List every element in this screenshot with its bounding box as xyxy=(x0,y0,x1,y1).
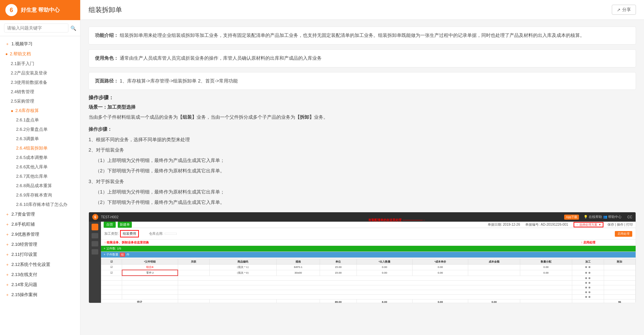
sidebar-item-transfer[interactable]: 2.6.3调拨单 xyxy=(0,134,80,144)
mock-store-input xyxy=(165,233,177,235)
lower-cell-3-check xyxy=(101,276,122,280)
step1-text: 1、根据不同的业务，选择不同单据的类型来处理 xyxy=(89,135,636,144)
lower-cell-1-check: ☑ xyxy=(101,265,122,270)
sidebar-item-system-settings[interactable]: ＋ 2.12系统个性化设置 xyxy=(0,260,80,270)
sub-item-label: 2.6.6其他入库单 xyxy=(16,164,48,170)
lower-cell-4-check xyxy=(101,280,122,285)
mock-toolbar-bill: 单据编号: AD-20191226-001 xyxy=(525,222,568,227)
lower-cell-1-product: 组合B xyxy=(122,265,178,270)
lower-cell-1-cost xyxy=(468,265,520,270)
role-label: 使用角色： xyxy=(95,55,118,61)
sidebar-item-label: 2.12系统个性化设置 xyxy=(11,262,50,268)
sidebar-item-label: 2.9优惠券管理 xyxy=(11,231,39,237)
search-icon[interactable]: 🔍 xyxy=(70,25,76,31)
sidebar-item-cost-adj[interactable]: 2.6.5成本调整单 xyxy=(0,153,80,162)
scene1-desc: 当由多个子件材料组装成一个成品的业务为【组装】业务，当由一个父件拆分成多个子产品… xyxy=(89,113,636,121)
sidebar-item-mobile[interactable]: ＋ 2.8手机旺辅 xyxy=(0,219,80,229)
mock-form-area: 加工类型: 组装费用 仓库点用: 启用处理 xyxy=(101,228,636,240)
sidebar-item-inventory-count[interactable]: 2.6.1盘点单 xyxy=(0,115,80,125)
sidebar-item-data-prep[interactable]: 2.3使用前数据准备 xyxy=(0,78,80,87)
lower-footer-total3: 0.00 xyxy=(413,299,468,303)
search-input[interactable] xyxy=(4,23,68,33)
lower-cell-5-empty xyxy=(178,285,572,290)
sidebar-item-assembly[interactable]: 2.6.4组装拆卸单 xyxy=(0,144,80,153)
lower-cell-4-product xyxy=(122,280,178,285)
sidebar-item-print[interactable]: ＋ 2.11打印设置 xyxy=(0,249,80,260)
lower-cell-3-extra xyxy=(604,276,635,280)
path-text: 1、库存核算->库存管理->组装拆卸单 2、首页->常用功能 xyxy=(120,78,238,83)
mock-lower-header: + 子件数量 组 件 xyxy=(101,252,636,258)
sidebar-item-purchase[interactable]: 2.5采购管理 xyxy=(0,97,80,106)
sub-item-label: 2.5采购管理 xyxy=(11,98,34,104)
sidebar-item-beginner[interactable]: 2.1新手入门 xyxy=(0,59,80,68)
sidebar-item-help-docs[interactable]: ● 2.帮助文档 xyxy=(0,49,80,59)
sidebar-item-cases[interactable]: ＋ 2.15操作案例 xyxy=(0,290,80,300)
mock-process-area: → 选择处理方案 ▼ xyxy=(574,223,603,227)
lower-cell-4-extra xyxy=(604,280,635,285)
sidebar-item-label: 2.14常见问题 xyxy=(11,282,37,288)
sidebar-item-sales[interactable]: 2.4销售管理 xyxy=(0,87,80,97)
mock-store-label: 仓库点用: xyxy=(149,231,163,236)
function-intro-text: 组装拆卸单用来处理企业组装或拆卸等加工业务，支持有固定装配清单的产品加工业务，也… xyxy=(120,33,585,38)
mock-lower-table-element: ☑ *父件明细 关联 商品编码 规格 单位 *出入数量 *成本单价 xyxy=(101,259,636,303)
sidebar-item-ops-mgmt[interactable]: ＋ 2.10经营管理 xyxy=(0,239,80,249)
role-text: 通常由生产人员或库管人员完成折装业务的操作，库管人员确认原材料的出库和产成品的入… xyxy=(120,55,322,61)
sidebar-item-inventory-ledger[interactable]: 2.6.9库存账本查询 xyxy=(0,190,80,200)
sidebar-item-other-out[interactable]: 2.6.7其他出库单 xyxy=(0,172,80,181)
sidebar-item-other-in[interactable]: 2.6.6其他入库单 xyxy=(0,162,80,172)
lower-footer-total5: 96 xyxy=(604,299,635,303)
sidebar-item-install[interactable]: 2.2产品安装及登录 xyxy=(0,68,80,78)
sub-item-label: 2.6.5成本调整单 xyxy=(16,155,48,161)
lower-col-ref-cost: *成本单价 xyxy=(413,259,468,265)
mock-tab-new: 新建单 xyxy=(118,222,132,228)
sub-item-label: 2.6.7其他出库单 xyxy=(16,173,48,179)
plus-icon: ＋ xyxy=(5,252,9,258)
sub-item-label: 2.4销售管理 xyxy=(11,89,34,95)
lower-footer-total4: 0.00 xyxy=(468,299,520,303)
plus-icon: ＋ xyxy=(5,282,9,288)
minus-icon-small: ● xyxy=(11,108,13,113)
sidebar-item-inventory[interactable]: ● 2.6库存核算 xyxy=(0,106,80,115)
content-area: 功能介绍： 组装拆卸单用来处理企业组装或拆卸等加工业务，支持有固定装配清单的产品… xyxy=(80,20,644,335)
sidebar-item-faq[interactable]: ＋ 2.14常见问题 xyxy=(0,280,80,290)
logo: 6 xyxy=(5,4,17,16)
sidebar-item-label: 2.帮助文档 xyxy=(10,51,31,57)
share-button[interactable]: ↗ 分享 xyxy=(612,5,636,15)
sub-item-label: 2.6库存核算 xyxy=(15,108,39,114)
sidebar-header: 6 好生意 帮助中心 xyxy=(0,0,80,20)
lower-cell-2-product: 零件 2 xyxy=(122,270,178,276)
mock-add-btn: + 父件数: 1/6 xyxy=(104,246,121,251)
mock-tab-list: 自营 xyxy=(104,222,116,228)
sidebar-item-inventory-ledger-fix[interactable]: 2.6.10库存账本错了怎么办 xyxy=(0,200,80,209)
sidebar-item-label: 2.10经营管理 xyxy=(11,241,37,247)
lower-cell-1-badge xyxy=(178,265,209,270)
mock-process-btn: 启用处理 xyxy=(615,231,632,237)
mock-upper-header: + 父件数: 1/6 xyxy=(101,246,636,252)
path-box: 页面路径： 1、库存核算->库存管理->组装拆卸单 2、首页->常用功能 xyxy=(89,72,636,90)
lower-cell-7-extra xyxy=(604,294,635,299)
lower-cell-2-check: ☑ xyxy=(101,270,122,276)
plus-icon: ＋ xyxy=(5,272,9,278)
lower-footer-empty3 xyxy=(276,299,320,303)
sub-item-label: 2.6.2分量盘点单 xyxy=(16,126,48,132)
lower-cell-6-empty xyxy=(178,290,572,294)
lower-footer-empty4 xyxy=(520,299,572,303)
lower-cell-5-check xyxy=(101,285,122,290)
plus-icon: ＋ xyxy=(5,212,9,217)
sidebar-item-video[interactable]: ＋ 1.视频学习 xyxy=(0,39,80,49)
sidebar-item-cost-recalc[interactable]: 2.6.8商品成本重算 xyxy=(0,181,80,190)
sidebar-item-online-pay[interactable]: ＋ 2.13在线支付 xyxy=(0,270,80,280)
search-box: 🔍 xyxy=(0,20,80,36)
mock-topbar: 6 TEST-H002 App下载 💡 在线帮助 👥 帮助中心 CC xyxy=(89,212,636,222)
app-title: 好生意 帮助中心 xyxy=(21,7,60,14)
steps-title: 操作步骤： xyxy=(89,125,636,133)
lower-col-avail: 数量分配 xyxy=(520,259,572,265)
lower-cell-3-empty xyxy=(178,276,572,280)
sidebar-item-label: 2.13在线支付 xyxy=(11,272,37,278)
sidebar-item-partial-count[interactable]: 2.6.2分量盘点单 xyxy=(0,125,80,134)
lower-cell-4-empty xyxy=(178,280,572,285)
sidebar-item-finance[interactable]: ＋ 2.7资金管理 xyxy=(0,209,80,219)
mock-store-field: 仓库点用: xyxy=(149,231,177,236)
sidebar-item-coupon[interactable]: ＋ 2.9优惠券管理 xyxy=(0,229,80,239)
plus-icon: ＋ xyxy=(5,41,9,47)
